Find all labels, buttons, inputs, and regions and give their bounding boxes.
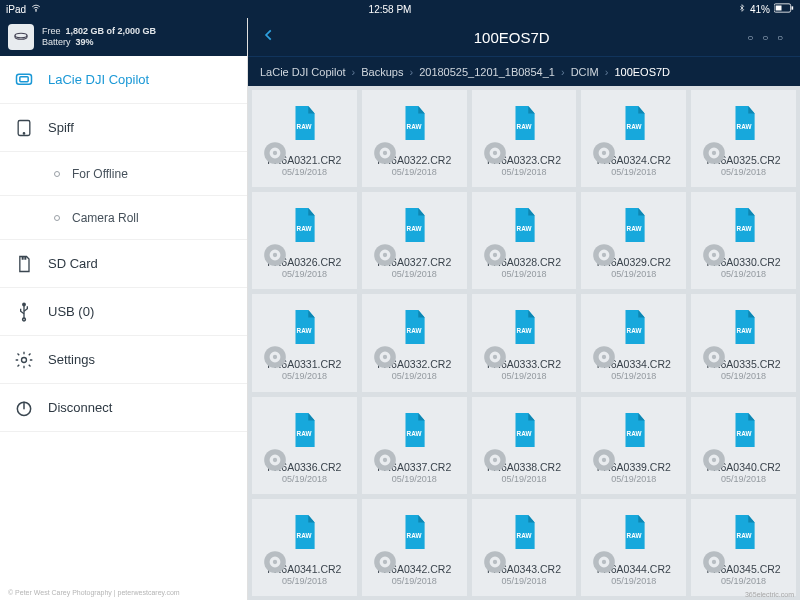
file-tile[interactable]: RAW FR6A0344.CR2 05/19/2018	[581, 499, 686, 596]
file-tile[interactable]: RAW FR6A0321.CR2 05/19/2018	[252, 90, 357, 187]
file-tile[interactable]: RAW FR6A0325.CR2 05/19/2018	[691, 90, 796, 187]
file-thumb: RAW	[256, 202, 353, 250]
sidebar-item-settings[interactable]: Settings	[0, 336, 247, 384]
gear-icon	[14, 350, 34, 370]
svg-text:RAW: RAW	[407, 430, 422, 437]
gear-badge-icon	[262, 340, 274, 352]
file-tile[interactable]: RAW FR6A0337.CR2 05/19/2018	[362, 397, 467, 494]
file-tile[interactable]: RAW FR6A0340.CR2 05/19/2018	[691, 397, 796, 494]
svg-text:RAW: RAW	[297, 430, 312, 437]
file-tile[interactable]: RAW FR6A0339.CR2 05/19/2018	[581, 397, 686, 494]
file-tile[interactable]: RAW FR6A0331.CR2 05/19/2018	[252, 294, 357, 391]
svg-point-48	[484, 449, 506, 471]
gear-badge-icon	[262, 545, 274, 557]
svg-rect-2	[776, 6, 782, 11]
svg-point-34	[264, 347, 286, 369]
svg-text:RAW: RAW	[297, 226, 312, 233]
status-device-label: iPad	[6, 4, 26, 15]
gear-badge-icon	[372, 238, 384, 250]
file-thumb: RAW	[256, 407, 353, 455]
file-tile[interactable]: RAW FR6A0343.CR2 05/19/2018	[472, 499, 577, 596]
file-tile[interactable]: RAW FR6A0328.CR2 05/19/2018	[472, 192, 577, 289]
raw-file-icon: RAW	[511, 413, 537, 449]
sidebar-item-disconnect[interactable]: Disconnect	[0, 384, 247, 432]
raw-file-icon: RAW	[511, 106, 537, 142]
gear-badge-icon	[262, 238, 274, 250]
sidebar-item-sdcard[interactable]: SD Card	[0, 240, 247, 288]
file-date: 05/19/2018	[392, 371, 437, 381]
usb-icon	[14, 302, 34, 322]
sidebar-item-usb[interactable]: USB (0)	[0, 288, 247, 336]
more-button[interactable]: ○ ○ ○	[747, 32, 786, 43]
file-thumb: RAW	[256, 100, 353, 148]
svg-point-8	[23, 132, 24, 133]
file-date: 05/19/2018	[611, 576, 656, 586]
battery-icon	[774, 3, 794, 15]
raw-file-icon: RAW	[401, 413, 427, 449]
svg-text:RAW: RAW	[297, 328, 312, 335]
gear-badge-icon	[701, 340, 713, 352]
sidebar-item-copilot[interactable]: LaCie DJI Copilot	[0, 56, 247, 104]
svg-text:RAW: RAW	[736, 532, 751, 539]
device-battery-label: Battery 39%	[42, 37, 156, 48]
file-date: 05/19/2018	[501, 474, 546, 484]
file-tile[interactable]: RAW FR6A0322.CR2 05/19/2018	[362, 90, 467, 187]
file-date: 05/19/2018	[282, 474, 327, 484]
file-tile[interactable]: RAW FR6A0338.CR2 05/19/2018	[472, 397, 577, 494]
file-tile[interactable]: RAW FR6A0326.CR2 05/19/2018	[252, 192, 357, 289]
sidebar-footer-credit: © Peter West Carey Photography | peterwe…	[0, 585, 247, 600]
breadcrumb-item[interactable]: Backups	[361, 66, 403, 78]
file-date: 05/19/2018	[501, 371, 546, 381]
svg-point-50	[594, 449, 616, 471]
breadcrumb-item[interactable]: DCIM	[571, 66, 599, 78]
file-thumb: RAW	[476, 100, 573, 148]
file-tile[interactable]: RAW FR6A0342.CR2 05/19/2018	[362, 499, 467, 596]
breadcrumb-item[interactable]: LaCie DJI Copilot	[260, 66, 346, 78]
file-tile[interactable]: RAW FR6A0335.CR2 05/19/2018	[691, 294, 796, 391]
file-date: 05/19/2018	[282, 371, 327, 381]
file-date: 05/19/2018	[501, 269, 546, 279]
breadcrumb-item[interactable]: 20180525_1201_1B0854_1	[419, 66, 555, 78]
file-tile[interactable]: RAW FR6A0330.CR2 05/19/2018	[691, 192, 796, 289]
status-battery-pct: 41%	[750, 4, 770, 15]
file-tile[interactable]: RAW FR6A0324.CR2 05/19/2018	[581, 90, 686, 187]
file-thumb: RAW	[476, 202, 573, 250]
raw-file-icon: RAW	[401, 515, 427, 551]
wifi-icon	[30, 3, 42, 15]
file-date: 05/19/2018	[611, 269, 656, 279]
gear-badge-icon	[701, 136, 713, 148]
gear-badge-icon	[591, 443, 603, 455]
sidebar-item-label: Settings	[48, 352, 95, 367]
chevron-right-icon: ›	[409, 66, 413, 78]
file-tile[interactable]: RAW FR6A0345.CR2 05/19/2018	[691, 499, 796, 596]
file-tile[interactable]: RAW FR6A0323.CR2 05/19/2018	[472, 90, 577, 187]
sidebar: Free 1,802 GB of 2,000 GB Battery 39% La…	[0, 18, 248, 600]
file-tile[interactable]: RAW FR6A0336.CR2 05/19/2018	[252, 397, 357, 494]
sidebar-subitem-offline[interactable]: For Offline	[0, 152, 247, 196]
file-tile[interactable]: RAW FR6A0334.CR2 05/19/2018	[581, 294, 686, 391]
back-button[interactable]	[262, 25, 276, 49]
file-tile[interactable]: RAW FR6A0327.CR2 05/19/2018	[362, 192, 467, 289]
device-header: Free 1,802 GB of 2,000 GB Battery 39%	[0, 18, 247, 56]
svg-point-20	[594, 142, 616, 164]
sidebar-item-label: SD Card	[48, 256, 98, 271]
svg-rect-6	[20, 76, 28, 81]
sidebar-subitem-cameraroll[interactable]: Camera Roll	[0, 196, 247, 240]
raw-file-icon: RAW	[621, 208, 647, 244]
file-thumb: RAW	[366, 407, 463, 455]
file-tile[interactable]: RAW FR6A0333.CR2 05/19/2018	[472, 294, 577, 391]
file-tile[interactable]: RAW FR6A0329.CR2 05/19/2018	[581, 192, 686, 289]
file-date: 05/19/2018	[611, 474, 656, 484]
file-grid[interactable]: RAW FR6A0321.CR2 05/19/2018 RAW FR6A0322…	[248, 86, 800, 600]
file-tile[interactable]: RAW FR6A0332.CR2 05/19/2018	[362, 294, 467, 391]
sidebar-item-label: Disconnect	[48, 400, 112, 415]
svg-text:RAW: RAW	[626, 123, 641, 130]
file-thumb: RAW	[366, 202, 463, 250]
raw-file-icon: RAW	[731, 106, 757, 142]
svg-text:RAW: RAW	[517, 328, 532, 335]
file-date: 05/19/2018	[392, 167, 437, 177]
file-tile[interactable]: RAW FR6A0341.CR2 05/19/2018	[252, 499, 357, 596]
raw-file-icon: RAW	[621, 310, 647, 346]
sidebar-item-spiff[interactable]: Spiff	[0, 104, 247, 152]
svg-point-26	[374, 244, 396, 266]
